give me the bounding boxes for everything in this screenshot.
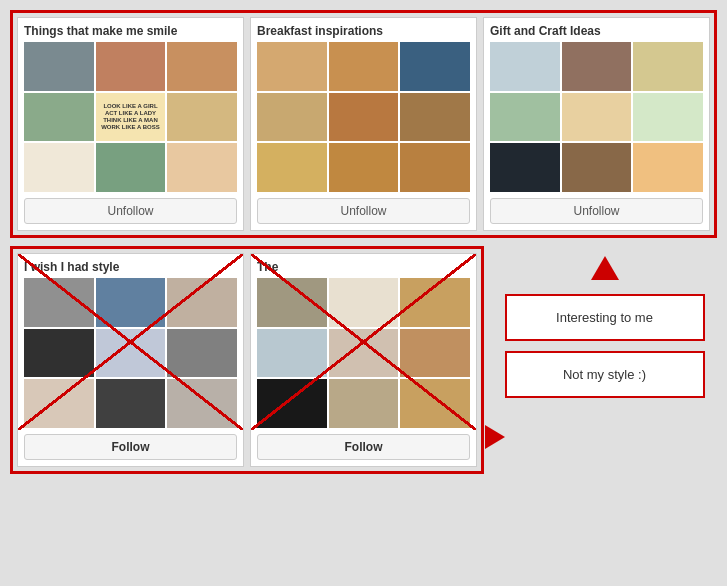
board-card-1: Things that make me smile LOOK LIKE A GI…: [17, 17, 244, 231]
unfollow-button-3[interactable]: Unfollow: [490, 198, 703, 224]
img-cell: [400, 93, 470, 142]
img-cell: [167, 42, 237, 91]
img-cell: [167, 379, 237, 428]
img-cell: LOOK LIKE A GIRL ACT LIKE A LADY THINK L…: [96, 93, 166, 142]
img-cell: [329, 379, 399, 428]
bottom-row: I wish I had style Follow The: [10, 246, 717, 474]
img-cell: [400, 42, 470, 91]
img-cell: [329, 278, 399, 327]
img-cell: [257, 42, 327, 91]
img-cell: [24, 278, 94, 327]
img-cell: [329, 42, 399, 91]
img-cell: [400, 329, 470, 378]
img-cell: [257, 329, 327, 378]
img-cell: [257, 278, 327, 327]
bottom-left-highlight: I wish I had style Follow The: [10, 246, 484, 474]
top-row: Things that make me smile LOOK LIKE A GI…: [10, 10, 717, 238]
img-cell: [562, 93, 632, 142]
img-cell: [96, 379, 166, 428]
img-cell: [329, 143, 399, 192]
img-cell: [633, 42, 703, 91]
img-cell: [24, 379, 94, 428]
img-cell: [24, 93, 94, 142]
img-cell: [490, 93, 560, 142]
follow-button-5[interactable]: Follow: [257, 434, 470, 460]
board-title-4: I wish I had style: [24, 260, 237, 274]
img-cell: [257, 143, 327, 192]
img-cell: [562, 42, 632, 91]
img-cell: [490, 143, 560, 192]
image-grid-2: [257, 42, 470, 192]
img-cell: [329, 329, 399, 378]
board-card-4: I wish I had style Follow: [17, 253, 244, 467]
img-cell: [400, 379, 470, 428]
img-cell: [96, 278, 166, 327]
top-row-highlight: Things that make me smile LOOK LIKE A GI…: [10, 10, 717, 238]
img-cell: [24, 329, 94, 378]
img-cell: [329, 93, 399, 142]
arrow-left: [485, 425, 505, 449]
image-grid-4: [24, 278, 237, 428]
unfollow-button-1[interactable]: Unfollow: [24, 198, 237, 224]
img-cell: [562, 143, 632, 192]
img-cell: [490, 42, 560, 91]
img-cell: [400, 278, 470, 327]
not-style-option[interactable]: Not my style :): [505, 351, 705, 398]
board-card-5: The Follow: [250, 253, 477, 467]
img-cell: [400, 143, 470, 192]
img-cell: [167, 93, 237, 142]
board-title-1: Things that make me smile: [24, 24, 237, 38]
img-cell: [24, 42, 94, 91]
arrow-up: [591, 256, 619, 280]
main-container: Things that make me smile LOOK LIKE A GI…: [0, 0, 727, 586]
interesting-option[interactable]: Interesting to me: [505, 294, 705, 341]
img-cell: [167, 143, 237, 192]
img-cell: [257, 93, 327, 142]
img-cell: [633, 143, 703, 192]
img-cell: [633, 93, 703, 142]
img-cell: [96, 42, 166, 91]
board-title-5: The: [257, 260, 470, 274]
not-style-label: Not my style :): [563, 367, 646, 382]
img-cell: [96, 329, 166, 378]
board-card-2: Breakfast inspirations Unfollow: [250, 17, 477, 231]
img-cell: [24, 143, 94, 192]
img-cell: [96, 143, 166, 192]
image-grid-5: [257, 278, 470, 428]
image-grid-3: [490, 42, 703, 192]
board-card-3: Gift and Craft Ideas Unfollow: [483, 17, 710, 231]
right-panel: Interesting to me Not my style :): [492, 246, 717, 474]
interesting-label: Interesting to me: [556, 310, 653, 325]
board-title-3: Gift and Craft Ideas: [490, 24, 703, 38]
img-cell: [167, 329, 237, 378]
unfollow-button-2[interactable]: Unfollow: [257, 198, 470, 224]
img-cell: [167, 278, 237, 327]
board-title-2: Breakfast inspirations: [257, 24, 470, 38]
image-grid-1: LOOK LIKE A GIRL ACT LIKE A LADY THINK L…: [24, 42, 237, 192]
img-cell: [257, 379, 327, 428]
follow-button-4[interactable]: Follow: [24, 434, 237, 460]
